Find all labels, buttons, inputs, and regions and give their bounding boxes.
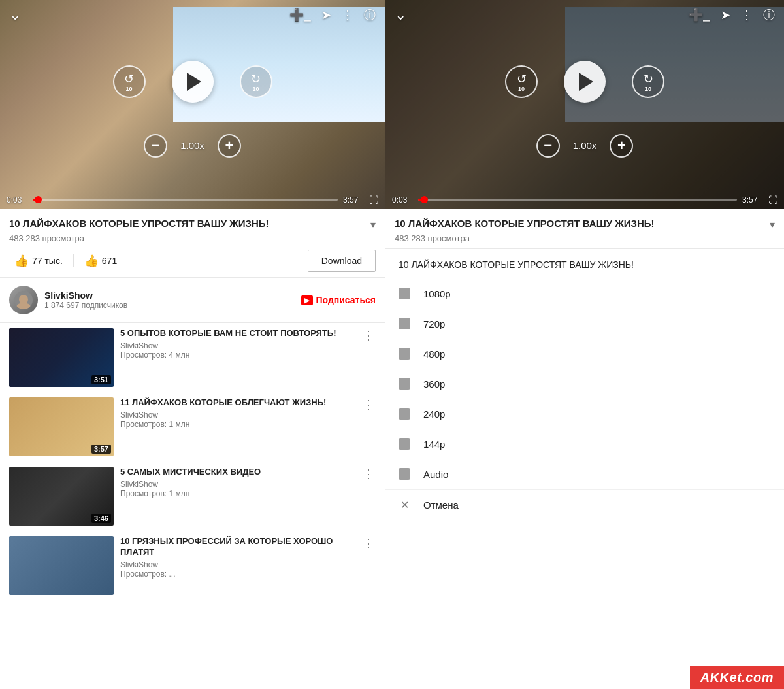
rewind-button[interactable]: ↺ 10 xyxy=(113,65,146,98)
thumbnail-2: 3:46 xyxy=(9,467,114,526)
thumbnail-3 xyxy=(9,536,114,595)
player-top-right-r: ➕⎯ ➤ ⋮ ⓘ xyxy=(689,7,775,23)
info-icon-right[interactable]: ⓘ xyxy=(763,7,775,23)
speed-increase-button[interactable]: + xyxy=(218,134,241,158)
related-menu-icon[interactable]: ⋮ xyxy=(361,328,376,343)
time-current-right: 0:03 xyxy=(392,195,413,205)
expand-icon-right[interactable]: ▾ xyxy=(770,218,775,231)
player-center-controls-right: ↺ 10 ↻ 10 xyxy=(385,61,784,103)
progress-bar[interactable] xyxy=(33,199,338,201)
related-views: Просмотров: ... xyxy=(120,569,355,579)
player-top-bar-right: ⌄ ➕⎯ ➤ ⋮ ⓘ xyxy=(385,0,784,30)
progress-dot-right xyxy=(421,196,428,203)
share-icon-right[interactable]: ➤ xyxy=(721,8,730,22)
related-details-0: 5 ОПЫТОВ КОТОРЫЕ ВАМ НЕ СТОИТ ПОВТОРЯТЬ!… xyxy=(120,328,355,360)
video-player-left: ⌄ ➕⎯ ➤ ⋮ ⓘ ↺ 10 ↻ 10 xyxy=(0,0,385,209)
related-views: Просмотров: 4 млн xyxy=(120,350,355,360)
add-queue-icon-right[interactable]: ➕⎯ xyxy=(689,8,710,22)
quality-checkbox xyxy=(399,468,410,480)
related-channel: SlivkiShow xyxy=(120,480,355,489)
related-item[interactable]: 3:46 5 САМЫХ МИСТИЧЕСКИХ ВИДЕО SlivkiSho… xyxy=(0,462,385,531)
quality-checkbox xyxy=(399,438,410,450)
player-top-bar: ⌄ ➕⎯ ➤ ⋮ ⓘ xyxy=(0,0,385,30)
quality-option-144[interactable]: 144p xyxy=(385,429,784,459)
share-icon[interactable]: ➤ xyxy=(321,8,331,22)
player-controls: ⌄ ➕⎯ ➤ ⋮ ⓘ ↺ 10 ↻ 10 xyxy=(0,0,385,209)
thumb-duration: 3:51 xyxy=(91,375,111,384)
more-options-icon[interactable]: ⋮ xyxy=(342,8,353,22)
speed-display-right: 1.00x xyxy=(573,140,597,151)
quality-option-1080[interactable]: 1080p xyxy=(385,278,784,309)
fullscreen-icon[interactable]: ⛶ xyxy=(369,195,378,205)
info-icon[interactable]: ⓘ xyxy=(364,7,376,23)
fullscreen-icon-right[interactable]: ⛶ xyxy=(768,195,777,205)
more-options-icon-right[interactable]: ⋮ xyxy=(741,8,753,22)
quality-label: 240p xyxy=(423,409,445,420)
thumbs-up-icon: 👍 xyxy=(14,254,29,268)
rewind-button-right[interactable]: ↺ 10 xyxy=(505,65,538,98)
chevron-down-icon-right[interactable]: ⌄ xyxy=(395,7,406,24)
channel-details: SlivkiShow 1 874 697 подписчиков xyxy=(44,290,301,310)
dislike-count: 671 xyxy=(102,256,117,266)
avatar-image xyxy=(14,291,33,309)
video-actions: 👍 77 тыс. 👎 671 Download xyxy=(9,250,376,272)
player-controls-right: ⌄ ➕⎯ ➤ ⋮ ⓘ ↺ 10 ↻ 10 xyxy=(385,0,784,209)
related-title: 10 ГРЯЗНЫХ ПРОФЕССИЙ ЗА КОТОРЫЕ ХОРОШО П… xyxy=(120,536,355,558)
cancel-option[interactable]: ✕ Отмена xyxy=(385,489,784,520)
speed-decrease-button[interactable]: − xyxy=(144,134,167,158)
channel-avatar xyxy=(9,286,38,314)
related-item[interactable]: 3:57 11 ЛАЙФХАКОВ КОТОРЫЕ ОБЛЕГЧАЮТ ЖИЗН… xyxy=(0,392,385,462)
quality-option-480[interactable]: 480p xyxy=(385,339,784,369)
player-bottom-bar-right: 0:03 3:57 ⛶ xyxy=(385,192,784,209)
chevron-down-icon[interactable]: ⌄ xyxy=(9,7,21,24)
channel-subscribers: 1 874 697 подписчиков xyxy=(44,301,301,310)
forward-button-right[interactable]: ↻ 10 xyxy=(632,65,664,98)
related-item[interactable]: 10 ГРЯЗНЫХ ПРОФЕССИЙ ЗА КОТОРЫЕ ХОРОШО П… xyxy=(0,531,385,600)
time-current: 0:03 xyxy=(7,195,27,205)
quality-label: 360p xyxy=(423,378,445,390)
related-details-1: 11 ЛАЙФХАКОВ КОТОРЫЕ ОБЛЕГЧАЮТ ЖИЗНЬ! Sl… xyxy=(120,397,355,429)
forward-button[interactable]: ↻ 10 xyxy=(240,65,272,98)
quality-label: Audio xyxy=(423,469,448,480)
video-views-right: 483 283 просмотра xyxy=(395,233,775,243)
download-menu-header: 10 ЛАЙФХАКОВ КОТОРЫЕ УПРОСТЯТ ВАШУ ЖИЗНЬ… xyxy=(385,249,784,278)
quality-checkbox xyxy=(399,318,410,329)
add-queue-icon[interactable]: ➕⎯ xyxy=(289,8,311,22)
speed-display: 1.00x xyxy=(180,140,204,151)
progress-bar-right[interactable] xyxy=(418,199,737,201)
related-menu-icon[interactable]: ⋮ xyxy=(361,397,376,412)
quality-option-240[interactable]: 240p xyxy=(385,399,784,429)
video-title-right: 10 ЛАЙФХАКОВ КОТОРЫЕ УПРОСТЯТ ВАШУ ЖИЗНЬ… xyxy=(395,217,764,230)
play-button-right[interactable] xyxy=(564,61,606,103)
speed-increase-button-right[interactable]: + xyxy=(610,134,633,158)
related-channel: SlivkiShow xyxy=(120,560,355,569)
like-count: 77 тыс. xyxy=(32,256,63,266)
quality-option-720[interactable]: 720p xyxy=(385,309,784,339)
progress-fill-right xyxy=(418,199,425,201)
expand-icon[interactable]: ▾ xyxy=(370,218,376,231)
video-title: 10 ЛАЙФХАКОВ КОТОРЫЕ УПРОСТЯТ ВАШУ ЖИЗНЬ… xyxy=(9,217,365,230)
related-menu-icon[interactable]: ⋮ xyxy=(361,536,376,550)
subscribe-button[interactable]: ▶ Подписаться xyxy=(301,295,376,305)
dislike-button[interactable]: 👎 671 xyxy=(79,251,122,271)
play-button[interactable] xyxy=(172,61,214,103)
related-menu-icon[interactable]: ⋮ xyxy=(361,467,376,481)
player-bottom-bar: 0:03 3:57 ⛶ xyxy=(0,192,385,209)
video-info-left: 10 ЛАЙФХАКОВ КОТОРЫЕ УПРОСТЯТ ВАШУ ЖИЗНЬ… xyxy=(0,209,385,278)
quality-option-audio[interactable]: Audio xyxy=(385,459,784,489)
related-channel: SlivkiShow xyxy=(120,341,355,350)
download-menu: 10 ЛАЙФХАКОВ КОТОРЫЕ УПРОСТЯТ ВАШУ ЖИЗНЬ… xyxy=(385,249,784,689)
thumbnail-1: 3:57 xyxy=(9,397,114,456)
time-total-right: 3:57 xyxy=(742,195,763,205)
download-button[interactable]: Download xyxy=(308,250,376,272)
related-details-3: 10 ГРЯЗНЫХ ПРОФЕССИЙ ЗА КОТОРЫЕ ХОРОШО П… xyxy=(120,536,355,579)
speed-decrease-button-right[interactable]: − xyxy=(536,134,560,158)
related-item[interactable]: 3:51 5 ОПЫТОВ КОТОРЫЕ ВАМ НЕ СТОИТ ПОВТО… xyxy=(0,323,385,392)
related-channel: SlivkiShow xyxy=(120,411,355,420)
quality-checkbox xyxy=(399,288,410,299)
quality-option-360[interactable]: 360p xyxy=(385,369,784,399)
like-button[interactable]: 👍 77 тыс. xyxy=(9,251,68,271)
related-views: Просмотров: 1 млн xyxy=(120,420,355,429)
progress-dot xyxy=(35,196,42,203)
speed-controls-right: − 1.00x + xyxy=(385,134,784,161)
